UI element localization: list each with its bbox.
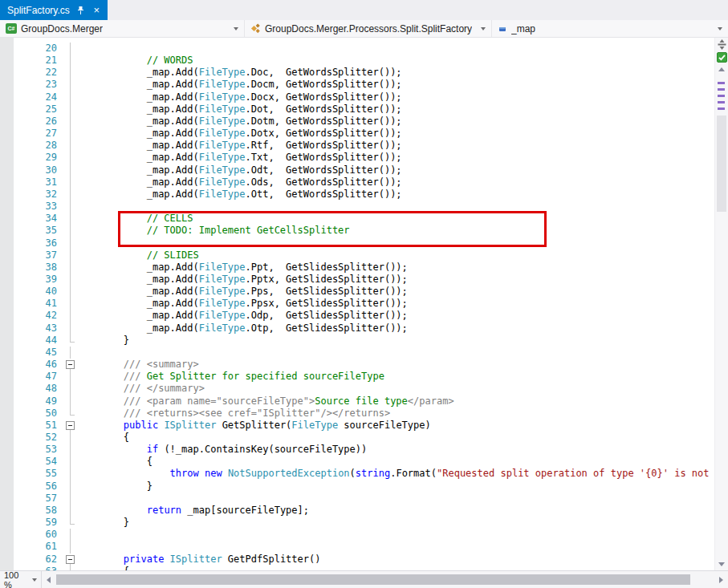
line-number: 56 [14,481,64,493]
code-line: 55 throw new NotSupportedException(strin… [14,468,714,480]
type-dropdown[interactable]: GroupDocs.Merger.Processors.Split.SplitF… [245,20,492,37]
project-dropdown[interactable]: C# GroupDocs.Merger [0,20,245,37]
fold-margin [64,432,77,444]
fold-margin [64,529,77,541]
line-number: 26 [14,116,64,128]
fold-margin [64,152,77,164]
change-marker [718,101,725,103]
code-text: /// </summary> [77,383,714,395]
line-number: 55 [14,468,64,480]
code-text: _map.Add(FileType.Doc, GetWordsSplitter(… [77,67,714,79]
type-dropdown-label: GroupDocs.Merger.Processors.Split.SplitF… [265,23,472,34]
code-line: 34 // CELLS [14,213,714,225]
code-text: /// <returns><see cref="ISplitter"/></re… [77,408,714,420]
code-line: 22 _map.Add(FileType.Doc, GetWordsSplitt… [14,67,714,79]
close-icon[interactable]: × [92,5,102,16]
project-dropdown-label: GroupDocs.Merger [21,23,103,34]
line-number: 43 [14,322,64,335]
fold-margin [64,201,77,213]
fold-margin [64,140,77,152]
code-text: _map.Add(FileType.Dotx, GetWordsSplitter… [77,128,714,140]
line-number: 50 [14,408,64,420]
fold-margin [64,444,77,456]
collapse-toggle-icon[interactable] [66,360,75,369]
code-text [77,237,714,249]
tab-splitfactory[interactable]: SplitFactory.cs × [0,0,108,20]
member-dropdown[interactable]: _map [492,20,728,37]
hscroll-thumb[interactable] [56,574,690,585]
code-text: _map.Add(FileType.Dot, GetWordsSplitter(… [77,103,714,116]
line-number: 34 [14,213,64,225]
line-number: 29 [14,152,64,164]
code-text: public ISplitter GetSplitter(FileType so… [77,420,714,432]
line-number: 60 [14,529,64,541]
split-editor-handle[interactable] [715,38,728,51]
scrollbar-thumb[interactable] [717,116,726,212]
line-number: 44 [14,335,64,347]
member-dropdown-label: _map [511,23,535,34]
pin-icon[interactable] [75,5,86,16]
code-text: // WORDS [77,55,714,67]
fold-margin[interactable] [64,554,77,566]
code-line: 41 _map.Add(FileType.Ppsx, GetSlidesSpli… [14,298,714,310]
fold-margin [64,468,77,480]
fold-margin [64,505,77,517]
code-line: 32 _map.Add(FileType.Ott, GetWordsSplitt… [14,189,714,201]
line-number: 54 [14,456,64,468]
code-line: 46 /// <summary> [14,359,714,371]
health-check-indicator[interactable] [715,51,728,63]
line-number: 28 [14,140,64,152]
scroll-right-button[interactable] [714,571,728,588]
code-text: _map.Add(FileType.Pptx, GetSlidesSplitte… [77,274,714,286]
fold-margin [64,128,77,140]
line-number: 23 [14,79,64,91]
line-number: 45 [14,347,64,359]
code-line: 62 private ISplitter GetPdfSplitter() [14,554,714,566]
line-number: 51 [14,420,64,432]
fold-margin [64,55,77,67]
code-line: 29 _map.Add(FileType.Txt, GetWordsSplitt… [14,152,714,164]
fold-margin[interactable] [64,420,77,432]
code-text: _map.Add(FileType.Otp, GetSlidesSplitter… [77,322,714,335]
code-line: 21 // WORDS [14,55,714,67]
scroll-down-button[interactable] [715,558,728,570]
scroll-up-button[interactable] [715,63,728,75]
line-number: 37 [14,249,64,262]
code-line: 20 [14,43,714,55]
line-number: 31 [14,176,64,189]
editor-pane[interactable]: 2021 // WORDS22 _map.Add(FileType.Doc, G… [0,38,728,570]
hscroll-track[interactable] [55,571,714,588]
fold-margin [64,262,77,274]
csharp-project-icon: C# [6,23,17,34]
breakpoint-margin[interactable] [0,38,14,570]
class-icon [250,23,261,34]
zoom-control[interactable]: 100 % [0,571,42,588]
code-line: 54 { [14,456,714,468]
code-line: 38 _map.Add(FileType.Ppt, GetSlidesSplit… [14,262,714,274]
code-text: _map.Add(FileType.Pps, GetSlidesSplitter… [77,286,714,298]
horizontal-scrollbar[interactable] [42,571,728,588]
fold-margin [64,322,77,335]
code-text [77,347,714,359]
code-text: /// <param name="sourceFileType">Source … [77,395,714,408]
collapse-toggle-icon[interactable] [66,555,75,564]
fold-margin [64,91,77,103]
code-text: /// <summary> [77,359,714,371]
code-text: } [77,517,714,529]
code-line: 49 /// <param name="sourceFileType">Sour… [14,395,714,408]
collapse-toggle-icon[interactable] [66,421,75,430]
fold-margin[interactable] [64,359,77,371]
change-marker [718,95,725,97]
line-number: 49 [14,395,64,408]
code-text: _map.Add(FileType.Dotm, GetWordsSplitter… [77,116,714,128]
tab-bar: SplitFactory.cs × [0,0,728,20]
code-text: { [77,432,714,444]
fold-margin [64,383,77,395]
code-text: } [77,481,714,493]
code-line: 51 public ISplitter GetSplitter(FileType… [14,420,714,432]
scrollbar-track[interactable] [715,75,728,558]
line-number: 57 [14,493,64,505]
scroll-left-button[interactable] [42,571,55,588]
fold-margin [64,566,77,570]
vertical-scrollbar[interactable] [714,38,728,570]
